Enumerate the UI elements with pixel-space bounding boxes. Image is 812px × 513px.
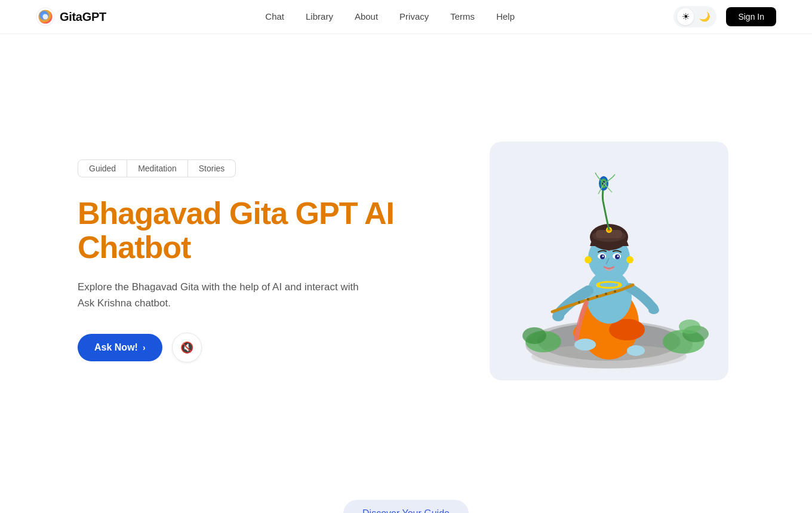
svg-point-19 xyxy=(578,301,580,303)
svg-point-26 xyxy=(596,284,600,287)
hero-left: Guided Meditation Stories Bhagavad Gita … xyxy=(78,159,424,363)
mute-button[interactable]: 🔇 xyxy=(172,333,202,363)
navbar-right: ☀ 🌙 Sign In xyxy=(673,6,776,27)
logo-text: GitaGPT xyxy=(60,10,106,24)
svg-point-7 xyxy=(522,327,546,344)
logo-icon xyxy=(36,7,55,26)
svg-point-15 xyxy=(627,345,645,356)
tab-guided[interactable]: Guided xyxy=(78,159,127,177)
krishna-illustration xyxy=(508,159,710,380)
ask-now-label: Ask Now! xyxy=(94,342,138,353)
hero-tabs: Guided Meditation Stories xyxy=(78,159,424,177)
theme-light-button[interactable]: ☀ xyxy=(677,8,694,25)
svg-point-37 xyxy=(626,256,633,263)
hero-image-card xyxy=(490,142,728,380)
ask-now-button[interactable]: Ask Now! › xyxy=(78,334,162,361)
svg-point-33 xyxy=(602,256,604,257)
nav-chat[interactable]: Chat xyxy=(265,11,284,21)
svg-point-10 xyxy=(679,320,700,334)
sign-in-button[interactable]: Sign In xyxy=(726,7,776,26)
discover-guide-button[interactable]: Discover Your Guide xyxy=(343,500,469,513)
nav-library[interactable]: Library xyxy=(306,11,333,21)
discover-section: Discover Your Guide xyxy=(0,488,812,513)
svg-point-21 xyxy=(596,295,598,297)
svg-point-34 xyxy=(617,256,619,257)
svg-point-22 xyxy=(605,293,607,295)
hero-title: Bhagavad Gita GPT AI Chatbot xyxy=(78,196,424,265)
theme-dark-button[interactable]: 🌙 xyxy=(696,8,713,25)
hero-description: Explore the Bhagavad Gita with the help … xyxy=(78,279,376,311)
svg-point-20 xyxy=(587,298,589,300)
nav-privacy[interactable]: Privacy xyxy=(399,11,429,21)
theme-toggle[interactable]: ☀ 🌙 xyxy=(673,6,716,27)
svg-point-18 xyxy=(648,306,659,314)
nav-links: Chat Library About Privacy Terms Help xyxy=(265,11,515,22)
tab-meditation[interactable]: Meditation xyxy=(127,159,188,177)
sun-icon: ☀ xyxy=(682,11,690,22)
moon-icon: 🌙 xyxy=(699,11,710,22)
svg-point-23 xyxy=(614,290,616,293)
nav-about[interactable]: About xyxy=(355,11,378,21)
mute-icon: 🔇 xyxy=(180,341,193,354)
nav-terms[interactable]: Terms xyxy=(450,11,475,21)
arrow-icon: › xyxy=(143,343,146,352)
hero-section: Guided Meditation Stories Bhagavad Gita … xyxy=(0,34,812,488)
navbar: GitaGPT Chat Library About Privacy Terms… xyxy=(0,0,812,34)
logo-link[interactable]: GitaGPT xyxy=(36,7,106,26)
hero-right xyxy=(484,142,734,380)
svg-point-27 xyxy=(618,284,622,287)
svg-point-17 xyxy=(552,312,564,321)
svg-point-36 xyxy=(585,256,592,263)
tab-stories[interactable]: Stories xyxy=(188,159,236,177)
svg-point-2 xyxy=(43,14,48,20)
hero-actions: Ask Now! › 🔇 xyxy=(78,333,424,363)
nav-help[interactable]: Help xyxy=(496,11,515,21)
